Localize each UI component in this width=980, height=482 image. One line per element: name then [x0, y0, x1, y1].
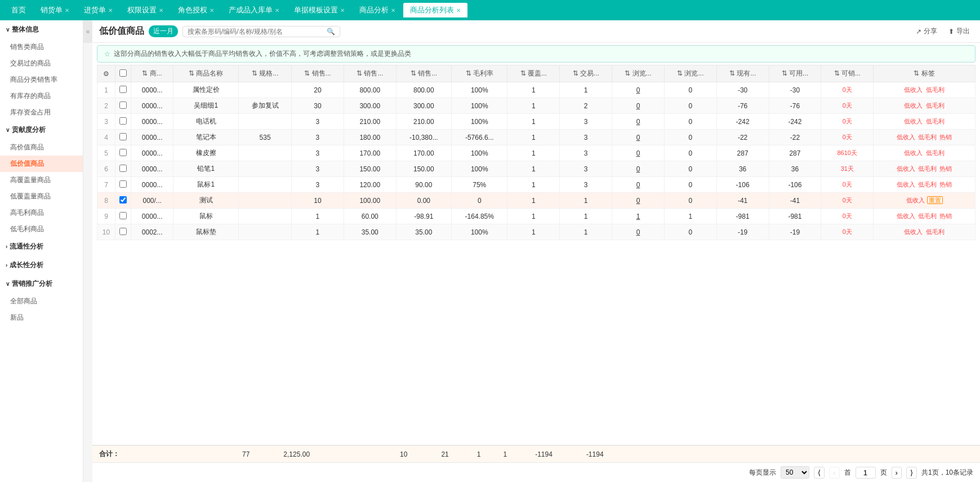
col-checkbox[interactable] [115, 65, 131, 82]
row-checkbox-cell[interactable] [115, 98, 131, 114]
close-icon[interactable]: ✕ [108, 7, 113, 14]
col-code[interactable]: ⇅ 商... [131, 65, 173, 82]
sidebar-item-high-margin[interactable]: 高毛利商品 [0, 205, 83, 221]
row-checkbox-cell[interactable] [115, 177, 131, 193]
col-sales1[interactable]: ⇅ 销售... [292, 65, 344, 82]
row-checkbox-cell[interactable] [115, 161, 131, 177]
col-browse2[interactable]: ⇅ 浏览... [664, 65, 716, 82]
sidebar-item-low-coverage[interactable]: 低覆盖量商品 [0, 188, 83, 205]
row-sales3: -10,380... [396, 130, 451, 145]
nav-product-entry[interactable]: 产成品入库单 ✕ [222, 3, 286, 17]
sidebar-item-low-margin[interactable]: 低毛利商品 [0, 221, 83, 237]
close-icon[interactable]: ✕ [159, 7, 163, 14]
row-checkbox-cell[interactable] [115, 209, 131, 224]
col-current[interactable]: ⇅ 现有... [716, 65, 769, 82]
sidebar-group-contribution[interactable]: ∨ 贡献度分析 [0, 121, 83, 139]
row-checkbox[interactable] [119, 133, 127, 140]
col-browse1[interactable]: ⇅ 浏览... [612, 65, 665, 82]
sidebar-group-overall[interactable]: ∨ 整体信息 [0, 20, 83, 39]
sidebar-item-low-value[interactable]: 低价值商品 [0, 156, 83, 172]
row-checkbox[interactable] [119, 228, 127, 235]
search-icon[interactable]: 🔍 [327, 28, 335, 36]
sort-icon: ⇅ [520, 69, 526, 77]
col-settings[interactable]: ⚙ [97, 65, 115, 82]
col-tags[interactable]: ⇅ 标签 [874, 65, 975, 82]
sidebar-item-new-products[interactable]: 新品 [0, 309, 83, 326]
row-sales2: 100.00 [344, 193, 396, 209]
col-margin[interactable]: ⇅ 毛利率 [452, 65, 507, 82]
close-icon[interactable]: ✕ [65, 7, 69, 14]
page-number-input[interactable] [856, 467, 876, 479]
row-checkbox[interactable] [119, 101, 127, 109]
row-current: 287 [716, 145, 769, 161]
close-icon[interactable]: ✕ [340, 7, 345, 14]
sidebar-item-all-products[interactable]: 全部商品 [0, 293, 83, 309]
sidebar-item-category-rate[interactable]: 商品分类销售率 [0, 72, 83, 88]
nav-roles[interactable]: 角色授权 ✕ [171, 3, 221, 17]
sidebar-group-circulation[interactable]: › 流通性分析 [0, 237, 83, 256]
col-sales2[interactable]: ⇅ 销售... [344, 65, 396, 82]
row-num: 1 [97, 82, 115, 98]
row-sales1: 10 [292, 193, 344, 209]
row-browse2: 0 [664, 130, 716, 145]
nav-sales[interactable]: 销货单 ✕ [34, 3, 76, 17]
last-page-button[interactable]: ⟩ [906, 467, 917, 479]
nav-template[interactable]: 单据模板设置 ✕ [287, 3, 351, 17]
page-size-select[interactable]: 50 100 200 [781, 466, 809, 479]
sidebar-collapse-button[interactable]: « [83, 20, 92, 43]
col-coverage[interactable]: ⇅ 覆盖... [507, 65, 560, 82]
col-trade[interactable]: ⇅ 交易... [560, 65, 612, 82]
tag-label: 低毛利 [918, 213, 937, 219]
search-input[interactable] [188, 28, 324, 36]
next-page-button[interactable]: › [892, 467, 902, 479]
col-sales3[interactable]: ⇅ 销售... [396, 65, 451, 82]
row-name: 测试 [173, 193, 239, 209]
row-margin: 0 [452, 193, 507, 209]
close-icon[interactable]: ✕ [391, 7, 395, 14]
nav-purchase[interactable]: 进货单 ✕ [77, 3, 119, 17]
row-sales1: 3 [292, 145, 344, 161]
row-checkbox[interactable] [119, 149, 127, 156]
share-button[interactable]: ↗ 分享 [912, 25, 941, 38]
sidebar-item-capital[interactable]: 库存资金占用 [0, 104, 83, 121]
sidebar-item-high-value[interactable]: 高价值商品 [0, 139, 83, 156]
row-checkbox[interactable] [119, 117, 127, 125]
nav-product-analysis[interactable]: 商品分析 ✕ [353, 3, 402, 17]
tag-hot: 热销 [939, 213, 952, 219]
sidebar-group-growth[interactable]: › 成长性分析 [0, 256, 83, 275]
col-spec[interactable]: ⇅ 规格... [239, 65, 292, 82]
row-checkbox[interactable] [119, 196, 127, 204]
row-code: 0000... [131, 177, 173, 193]
col-name[interactable]: ⇅ 商品名称 [173, 65, 239, 82]
first-page-button[interactable]: ⟨ [814, 467, 825, 479]
chevron-down-icon: ∨ [6, 26, 10, 33]
sidebar-item-high-coverage[interactable]: 高覆盖量商品 [0, 172, 83, 188]
sidebar-item-in-stock[interactable]: 有库存的商品 [0, 88, 83, 104]
nav-home[interactable]: 首页 [5, 3, 33, 17]
row-checkbox[interactable] [119, 86, 127, 93]
row-checkbox-cell[interactable] [115, 114, 131, 130]
select-all-checkbox[interactable] [119, 69, 127, 77]
sidebar-item-sales-products[interactable]: 销售类商品 [0, 39, 83, 55]
close-icon[interactable]: ✕ [210, 7, 214, 14]
row-checkbox-cell[interactable] [115, 130, 131, 145]
export-button[interactable]: ⬆ 导出 [945, 25, 973, 38]
row-checkbox-cell[interactable] [115, 224, 131, 240]
time-filter-button[interactable]: 近一月 [149, 25, 178, 37]
nav-permissions[interactable]: 权限设置 ✕ [121, 3, 170, 17]
col-saleable[interactable]: ⇅ 可销... [821, 65, 874, 82]
close-icon[interactable]: ✕ [456, 7, 461, 14]
row-checkbox-cell[interactable] [115, 145, 131, 161]
prev-page-button[interactable]: ‹ [829, 467, 839, 479]
row-checkbox[interactable] [119, 180, 127, 188]
row-checkbox[interactable] [119, 165, 127, 172]
col-available[interactable]: ⇅ 可用... [769, 65, 821, 82]
row-checkbox-cell[interactable] [115, 82, 131, 98]
sidebar-group-marketing[interactable]: ∨ 营销推广分析 [0, 275, 83, 293]
nav-product-analysis-list[interactable]: 商品分析列表 ✕ [403, 3, 467, 17]
row-checkbox[interactable] [119, 212, 127, 219]
row-checkbox-cell[interactable] [115, 193, 131, 209]
sidebar-item-traded[interactable]: 交易过的商品 [0, 55, 83, 72]
row-browse1: 1 [612, 209, 665, 224]
close-icon[interactable]: ✕ [275, 7, 279, 14]
